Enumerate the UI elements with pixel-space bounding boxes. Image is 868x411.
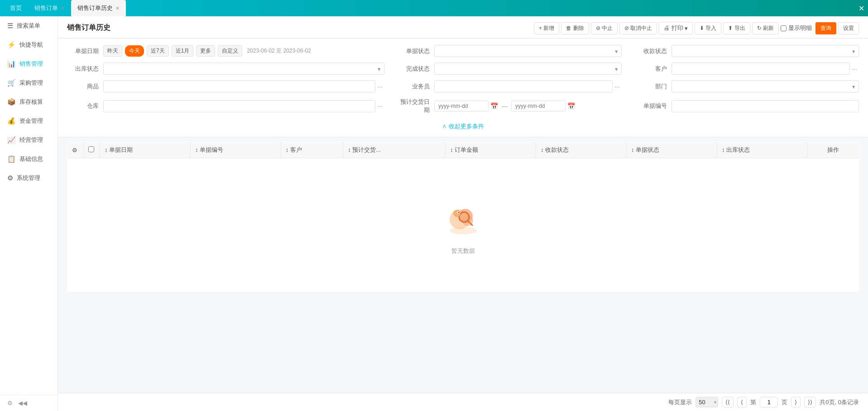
- sidebar-item-capital-mgmt[interactable]: 💰 资金管理: [0, 111, 58, 131]
- filter-row-2: 出库状态 ▾ 完成状态 ▾: [67, 63, 859, 75]
- expected-delivery-label: 预计交货日期: [398, 98, 434, 114]
- order-no-label: 单据编号: [635, 102, 671, 110]
- warehouse-input[interactable]: [103, 100, 375, 112]
- date-chip-yesterday[interactable]: 昨天: [103, 45, 122, 57]
- complete-status-select[interactable]: [434, 63, 622, 75]
- tab-sales-order[interactable]: 销售订单 ✕: [28, 0, 71, 16]
- filter-row-3: 商品 ··· 业务员 ··· 部门: [67, 80, 859, 92]
- sidebar-item-ops-mgmt[interactable]: 📈 经营管理: [0, 131, 58, 150]
- window-close-button[interactable]: ✕: [858, 4, 864, 13]
- order-status-select[interactable]: [434, 45, 622, 57]
- complete-status-label: 完成状态: [398, 65, 434, 73]
- empty-text: 暂无数据: [451, 247, 475, 255]
- page-prev-button[interactable]: ⟨: [737, 397, 747, 407]
- outbound-status-select[interactable]: [103, 63, 384, 75]
- warehouse-ellipsis[interactable]: ···: [375, 102, 384, 110]
- sidebar-item-search-menu[interactable]: ☰ 搜索菜单: [0, 16, 58, 35]
- sidebar-collapse-icon[interactable]: ◀◀: [18, 400, 27, 406]
- pay-status-select[interactable]: [671, 45, 859, 57]
- page-last-button[interactable]: ⟩⟩: [804, 397, 816, 407]
- sidebar-item-basic-info[interactable]: 📋 基础信息: [0, 150, 58, 169]
- col-customer[interactable]: ↕ 客户: [281, 142, 343, 158]
- col-order-amount[interactable]: ↕ 订单金额: [446, 142, 536, 158]
- sidebar-item-quick-nav[interactable]: ⚡ 快捷导航: [0, 35, 58, 54]
- table-area: ⚙ ↕ 单据日期 ↕ 单据编号 ↕ 客户: [58, 137, 868, 393]
- sidebar-item-purchase-mgmt[interactable]: 🛒 采购管理: [0, 73, 58, 92]
- sidebar-item-capital-mgmt-label: 资金管理: [19, 117, 43, 125]
- page-size-wrap: 10 20 50 100 ▾: [695, 397, 718, 407]
- page-number-input[interactable]: [760, 397, 778, 407]
- col-date[interactable]: ↕ 单据日期: [100, 142, 191, 158]
- date-chip-more[interactable]: 更多: [196, 45, 215, 57]
- date-chip-1month[interactable]: 近1月: [172, 45, 194, 57]
- cancel-stop-button[interactable]: ⊘ 取消中止: [619, 22, 657, 34]
- sidebar-item-sales-mgmt[interactable]: 📊 销售管理: [0, 54, 58, 73]
- display-cols-checkbox[interactable]: [781, 25, 786, 31]
- col-customer-label: ↕ 客户: [286, 146, 302, 153]
- page-first-button[interactable]: ⟨⟨: [722, 397, 734, 407]
- select-all-checkbox[interactable]: [88, 146, 94, 152]
- ops-mgmt-icon: 📈: [7, 136, 16, 144]
- outbound-status-label: 出库状态: [67, 65, 103, 73]
- system-mgmt-icon: ⚙: [7, 174, 13, 182]
- dept-control: ▾: [671, 80, 859, 92]
- sidebar-item-inventory-check-label: 库存核算: [19, 98, 43, 106]
- sidebar-item-inventory-check[interactable]: 📦 库存核算: [0, 92, 58, 111]
- salesman-input[interactable]: [434, 80, 613, 92]
- import-button[interactable]: ⬇ 导入: [695, 22, 721, 34]
- tab-home[interactable]: 首页: [4, 0, 28, 16]
- query-button[interactable]: 查询: [815, 22, 836, 34]
- customer-control: ···: [671, 63, 859, 75]
- export-button[interactable]: ⬆ 导出: [723, 22, 750, 34]
- quick-nav-icon: ⚡: [7, 41, 16, 49]
- print-button[interactable]: 🖨 打印 ▾: [659, 22, 693, 34]
- inventory-check-icon: 📦: [7, 98, 16, 106]
- outbound-status-control: ▾: [103, 63, 384, 75]
- col-outbound-status[interactable]: ↕ 出库状态: [717, 142, 807, 158]
- page-next-button[interactable]: ⟩: [791, 397, 801, 407]
- refresh-button[interactable]: ↻ 刷新: [752, 22, 779, 34]
- sidebar-settings-icon[interactable]: ⚙: [7, 400, 13, 406]
- stop-button[interactable]: ⊘ 中止: [591, 22, 618, 34]
- delivery-date-end[interactable]: [511, 101, 566, 111]
- date-label: 单据日期: [67, 47, 103, 55]
- cal-icon-end: 📅: [567, 102, 575, 110]
- new-button[interactable]: + 新增: [534, 22, 559, 34]
- salesman-ellipsis[interactable]: ···: [613, 83, 622, 90]
- goods-label: 商品: [67, 82, 103, 91]
- date-chip-today[interactable]: 今天: [125, 45, 144, 57]
- delivery-date-start[interactable]: [434, 101, 489, 111]
- customer-ellipsis[interactable]: ···: [850, 65, 859, 73]
- goods-ellipsis[interactable]: ···: [375, 83, 384, 90]
- date-range-display: 2023-06-02 至 2023-06-02: [247, 47, 311, 55]
- goods-control: ···: [103, 80, 384, 92]
- display-cols-label[interactable]: 显示明细: [781, 24, 812, 32]
- col-pay-status[interactable]: ↕ 收款状态: [536, 142, 627, 158]
- basic-info-icon: 📋: [7, 155, 16, 163]
- sidebar-item-sales-mgmt-label: 销售管理: [19, 60, 43, 68]
- print-dropdown-icon: ▾: [685, 25, 688, 32]
- tab-sales-order-history-close[interactable]: ✕: [115, 5, 120, 11]
- tab-sales-order-history[interactable]: 销售订单历史 ✕: [71, 0, 126, 16]
- tab-sales-order-close[interactable]: ✕: [61, 5, 65, 11]
- page-size-select[interactable]: 10 20 50 100: [695, 397, 718, 407]
- dept-select[interactable]: [671, 80, 859, 92]
- order-no-input[interactable]: [671, 100, 859, 112]
- col-order-no[interactable]: ↕ 单据编号: [190, 142, 281, 158]
- date-chip-7days[interactable]: 近7天: [147, 45, 169, 57]
- col-order-status[interactable]: ↕ 单据状态: [627, 142, 717, 158]
- page-header: 销售订单历史 + 新增 🗑 删除 ⊘ 中止 ⊘ 取消中止 🖨 打印 ▾ ⬇ 导入…: [58, 16, 868, 39]
- goods-input[interactable]: [103, 80, 375, 92]
- sidebar-item-system-mgmt[interactable]: ⚙ 系统管理: [0, 169, 58, 188]
- col-expected-delivery[interactable]: ↕ 预计交货...: [343, 142, 446, 158]
- date-chips: 昨天 今天 近7天 近1月 更多 自定义 2023-06-02 至 2023-0…: [103, 45, 311, 57]
- collapse-conditions[interactable]: ∧ 收起更多条件: [67, 120, 859, 131]
- sidebar: ☰ 搜索菜单 ⚡ 快捷导航 📊 销售管理 🛒 采购管理 📦 库存核算 💰 资金管…: [0, 16, 58, 411]
- dept-select-wrap: ▾: [671, 80, 859, 92]
- col-settings[interactable]: ⚙: [67, 142, 84, 158]
- delete-button[interactable]: 🗑 删除: [561, 22, 589, 34]
- settings-button[interactable]: 设置: [838, 22, 859, 34]
- customer-input[interactable]: [671, 63, 850, 75]
- filter-area: 单据日期 昨天 今天 近7天 近1月 更多 自定义 2023-06-02 至 2…: [58, 39, 868, 137]
- date-chip-custom[interactable]: 自定义: [218, 45, 242, 57]
